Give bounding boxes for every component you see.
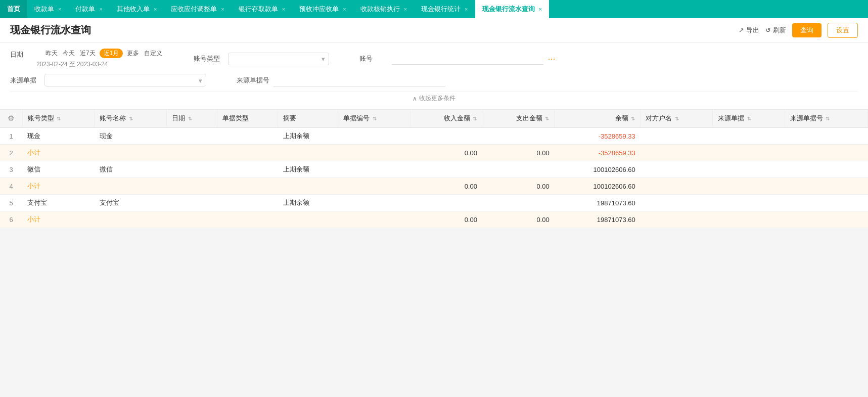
cell-source-doc xyxy=(712,195,785,211)
account-type-select[interactable]: 现金 微信 支付宝 xyxy=(228,53,329,65)
table-row[interactable]: 3微信微信上期余额100102606.60 xyxy=(0,161,868,178)
source-doc-num-input[interactable] xyxy=(273,74,445,86)
cell-account-type: 小计 xyxy=(22,178,95,195)
nav-tab-fukuandan[interactable]: 付款单 × xyxy=(68,0,109,18)
close-icon[interactable]: × xyxy=(221,0,224,18)
account-label: 账号 xyxy=(359,54,390,63)
date-btn-today[interactable]: 今天 xyxy=(62,49,76,58)
table-row[interactable]: 4小计0.000.00100102606.60 xyxy=(0,178,868,195)
cell-income: 0.00 xyxy=(410,145,482,161)
nav-tab-yingshouyingfu[interactable]: 应收应付调整单 × xyxy=(164,0,231,18)
cell-counterparty xyxy=(641,127,713,145)
cell-doc-type xyxy=(217,161,278,178)
source-doc-select[interactable] xyxy=(44,74,206,86)
date-btn-more[interactable]: 更多 xyxy=(126,49,140,58)
cell-date xyxy=(167,195,217,211)
cell-account-type: 微信 xyxy=(22,161,95,178)
nav-tab-yinhangcunqu[interactable]: 银行存取款单 × xyxy=(232,0,292,18)
cell-date xyxy=(167,127,217,145)
col-header-counterparty: 对方户名 ⇅ xyxy=(641,110,713,128)
nav-tab-xianjinyinhang-tongji[interactable]: 现金银行统计 × xyxy=(414,0,475,18)
close-icon[interactable]: × xyxy=(58,0,61,18)
cell-source-doc-no xyxy=(785,178,867,195)
sort-icon[interactable]: ⇅ xyxy=(747,116,751,121)
cell-doc-type xyxy=(217,145,278,161)
cell-account-name xyxy=(95,145,167,161)
sort-icon[interactable]: ⇅ xyxy=(473,116,477,121)
date-btn-1month[interactable]: 近1月 xyxy=(100,49,123,58)
cell-income: 0.00 xyxy=(410,178,482,195)
cell-balance: 100102606.60 xyxy=(555,161,641,178)
nav-tab-qitashouru[interactable]: 其他收入单 × xyxy=(110,0,164,18)
sort-icon[interactable]: ⇅ xyxy=(188,116,192,121)
cell-doc-no xyxy=(338,211,410,228)
account-type-select-wrapper: 现金 微信 支付宝 xyxy=(228,53,329,65)
data-table: ⚙ 账号类型 ⇅ 账号名称 ⇅ 日期 ⇅ 单据类型 摘要 xyxy=(0,109,868,228)
cell-date xyxy=(167,145,217,161)
close-icon[interactable]: × xyxy=(99,0,102,18)
cell-account-type: 小计 xyxy=(22,145,95,161)
cell-source-doc xyxy=(712,161,785,178)
cell-account-type: 现金 xyxy=(22,127,95,145)
cell-expense xyxy=(482,127,555,145)
account-dots-button[interactable]: ··· xyxy=(547,54,555,64)
close-icon[interactable]: × xyxy=(465,0,468,18)
col-header-expense: 支出金额 ⇅ xyxy=(482,110,555,128)
close-icon[interactable]: × xyxy=(404,0,407,18)
date-btn-yesterday[interactable]: 昨天 xyxy=(44,49,59,58)
sort-icon[interactable]: ⇅ xyxy=(545,116,549,121)
cell-doc-no xyxy=(338,195,410,211)
sort-icon[interactable]: ⇅ xyxy=(675,116,679,121)
sort-icon[interactable]: ⇅ xyxy=(129,116,133,121)
cell-counterparty xyxy=(641,195,713,211)
collapse-bar[interactable]: ∧ 收起更多条件 xyxy=(10,92,858,104)
nav-home[interactable]: 首页 xyxy=(0,0,27,18)
table-row[interactable]: 2小计0.000.00-3528659.33 xyxy=(0,145,868,161)
table-row[interactable]: 6小计0.000.0019871073.60 xyxy=(0,211,868,228)
query-button[interactable]: 查询 xyxy=(792,23,821,37)
cell-counterparty xyxy=(641,211,713,228)
nav-tab-liushui-active[interactable]: 现金银行流水查询 × xyxy=(475,0,549,18)
close-icon[interactable]: × xyxy=(282,0,285,18)
close-icon[interactable]: × xyxy=(343,0,346,18)
nav-tab-yushouchong[interactable]: 预收冲应收单 × xyxy=(292,0,353,18)
date-btn-custom[interactable]: 自定义 xyxy=(143,49,163,58)
cell-source-doc xyxy=(712,127,785,145)
filter-area: 日期 昨天 今天 近7天 近1月 更多 自定义 2023-02-24 至 202… xyxy=(0,42,868,109)
gear-icon[interactable]: ⚙ xyxy=(8,114,14,122)
chevron-up-icon: ∧ xyxy=(413,95,417,102)
nav-tab-shoukuanhexiao[interactable]: 收款核销执行 × xyxy=(353,0,414,18)
cell-income xyxy=(410,195,482,211)
cell-row-num: 4 xyxy=(0,178,22,195)
close-icon[interactable]: × xyxy=(539,0,542,18)
export-button[interactable]: ↗ 导出 xyxy=(739,26,759,35)
date-filter: 日期 昨天 今天 近7天 近1月 更多 自定义 2023-02-24 至 202… xyxy=(10,49,163,69)
col-header-account-name: 账号名称 ⇅ xyxy=(95,110,167,128)
settings-button[interactable]: 设置 xyxy=(828,23,858,38)
nav-tab-shoukuandan[interactable]: 收款单 × xyxy=(27,0,68,18)
cell-account-name: 现金 xyxy=(95,127,167,145)
cell-row-num: 5 xyxy=(0,195,22,211)
cell-row-num: 1 xyxy=(0,127,22,145)
filter-row-2: 来源单据 来源单据号 xyxy=(10,74,858,86)
sort-icon[interactable]: ⇅ xyxy=(826,116,830,121)
cell-doc-no xyxy=(338,161,410,178)
sort-icon[interactable]: ⇅ xyxy=(57,116,61,121)
account-input[interactable] xyxy=(392,53,543,65)
table-row[interactable]: 5支付宝支付宝上期余额19871073.60 xyxy=(0,195,868,211)
sort-icon[interactable]: ⇅ xyxy=(631,116,635,121)
cell-balance: 100102606.60 xyxy=(555,178,641,195)
table-row[interactable]: 1现金现金上期余额-3528659.33 xyxy=(0,127,868,145)
cell-balance: -3528659.33 xyxy=(555,127,641,145)
cell-expense xyxy=(482,195,555,211)
cell-doc-no xyxy=(338,178,410,195)
date-btn-7days[interactable]: 近7天 xyxy=(79,49,97,58)
close-icon[interactable]: × xyxy=(154,0,157,18)
sort-icon[interactable]: ⇅ xyxy=(373,116,377,121)
date-label: 日期 xyxy=(10,50,40,59)
cell-balance: 19871073.60 xyxy=(555,211,641,228)
account-type-filter: 账号类型 现金 微信 支付宝 xyxy=(194,53,329,65)
cell-summary: 上期余额 xyxy=(278,195,338,211)
refresh-button[interactable]: ↺ 刷新 xyxy=(765,26,786,35)
source-doc-num-label: 来源单据号 xyxy=(237,76,269,85)
